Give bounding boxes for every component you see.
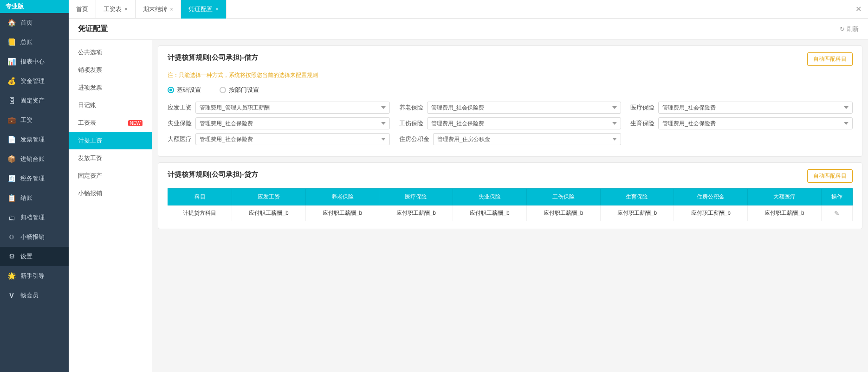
tab-period-close[interactable]: × — [170, 6, 173, 13]
section2-header: 计提核算规则(公司承担)-贷方 自动匹配科目 — [168, 170, 853, 184]
label-major-medical: 大额医疗 — [168, 135, 192, 143]
edit-row-icon[interactable]: ✎ — [834, 210, 840, 217]
form-item-injury: 工伤保险 管理费用_社会保险费 — [399, 117, 622, 129]
stock-icon: 📦 — [7, 155, 16, 163]
section2-title: 计提核算规则(公司承担)-贷方 — [168, 170, 258, 179]
main-area: 首页 工资表 × 期末结转 × 凭证配置 × ✕ 凭证配置 ↻ 刷新 — [69, 0, 868, 372]
tax-icon: 🧾 — [7, 174, 16, 183]
select-salary[interactable]: 管理费用_管理人员职工薪酬 — [195, 102, 390, 114]
radio-basic[interactable]: 基础设置 — [168, 86, 201, 94]
td-action[interactable]: ✎ — [821, 205, 852, 221]
select-injury[interactable]: 管理费用_社会保险费 — [427, 117, 622, 129]
sidebar-item-ledger[interactable]: 📒 总账 — [0, 32, 69, 52]
td-unemployment: 应付职工薪酬_b — [453, 205, 527, 221]
report-icon: 📊 — [7, 58, 16, 66]
nav-xiaochang-label: 小畅报销 — [78, 189, 102, 198]
window-close-button[interactable]: ✕ — [849, 5, 868, 13]
sidebar-item-settle[interactable]: 📋 结账 — [0, 188, 69, 208]
td-housing: 应付职工薪酬_b — [674, 205, 748, 221]
sidebar-item-stock[interactable]: 📦 进销台账 — [0, 149, 69, 169]
nav-calc-salary-label: 计提工资 — [78, 136, 102, 145]
td-pension: 应付职工薪酬_b — [305, 205, 379, 221]
tab-voucher-close[interactable]: × — [215, 6, 219, 13]
nav-item-xiaochang-expense[interactable]: 小畅报销 — [69, 185, 152, 202]
tab-period-label: 期末结转 — [143, 5, 167, 13]
label-medical: 医疗保险 — [630, 103, 654, 112]
form-item-housing: 住房公积金 管理费用_住房公积金 — [399, 133, 622, 145]
auto-match-credit-button[interactable]: 自动匹配科目 — [807, 169, 853, 183]
label-injury: 工伤保险 — [399, 119, 423, 128]
sidebar-item-member[interactable]: V 畅会员 — [0, 286, 69, 305]
nav-item-fixed-assets[interactable]: 固定资产 — [69, 167, 152, 185]
invoice-icon: 📄 — [7, 135, 16, 144]
form-grid-row1: 应发工资 管理费用_管理人员职工薪酬 养老保险 管理费用_社会保险费 — [168, 102, 853, 114]
sidebar-item-xiaochang[interactable]: © 小畅报销 — [0, 227, 69, 247]
nav-item-salary-table[interactable]: 工资表 NEW — [69, 114, 152, 132]
select-maternity[interactable]: 管理费用_社会保险费 — [658, 117, 853, 129]
td-maternity: 应付职工薪酬_b — [600, 205, 674, 221]
form-item-salary: 应发工资 管理费用_管理人员职工薪酬 — [168, 102, 390, 114]
radio-basic-dot — [168, 87, 174, 93]
nav-item-sales-invoice[interactable]: 销项发票 — [69, 61, 152, 79]
asset-icon: 🗄 — [7, 97, 16, 105]
sidebar-item-invoice[interactable]: 📄 发票管理 — [0, 130, 69, 149]
page-header: 凭证配置 ↻ 刷新 — [69, 19, 868, 40]
auto-match-debit-button[interactable]: 自动匹配科目 — [807, 52, 853, 66]
radio-basic-label: 基础设置 — [177, 86, 201, 94]
tab-salary-close[interactable]: × — [124, 6, 128, 13]
nav-fixed-assets-label: 固定资产 — [78, 172, 102, 180]
nav-item-purchase-invoice[interactable]: 进项发票 — [69, 79, 152, 96]
th-medical: 医疗保险 — [379, 189, 453, 205]
refresh-button[interactable]: ↻ 刷新 — [840, 25, 859, 33]
form-item-pension: 养老保险 管理费用_社会保险费 — [399, 102, 622, 114]
tab-salary-label: 工资表 — [104, 5, 122, 13]
tab-voucher-config[interactable]: 凭证配置 × — [181, 0, 227, 19]
sidebar-item-asset[interactable]: 🗄 固定资产 — [0, 91, 69, 110]
td-major-medical: 应付职工薪酬_b — [748, 205, 822, 221]
td-subject: 计提贷方科目 — [168, 205, 232, 221]
tab-salary-table[interactable]: 工资表 × — [96, 0, 136, 19]
ledger-icon: 📒 — [7, 38, 16, 46]
tab-bar: 首页 工资表 × 期末结转 × 凭证配置 × ✕ — [69, 0, 868, 19]
nav-item-public[interactable]: 公共选项 — [69, 44, 152, 61]
form-item-medical: 医疗保险 管理费用_社会保险费 — [630, 102, 853, 114]
th-unemployment: 失业保险 — [453, 189, 527, 205]
form-item-unemployment: 失业保险 管理费用_社会保险费 — [168, 117, 390, 129]
td-medical: 应付职工薪酬_b — [379, 205, 453, 221]
sidebar-item-settings[interactable]: ⚙ 设置 — [0, 247, 69, 266]
form-item-empty — [630, 133, 853, 145]
sidebar-item-archive[interactable]: 🗂 归档管理 — [0, 208, 69, 227]
nav-item-journal[interactable]: 日记账 — [69, 96, 152, 114]
member-icon: V — [7, 292, 16, 299]
settings-icon: ⚙ — [7, 252, 16, 261]
nav-item-calc-salary[interactable]: 计提工资 — [69, 132, 152, 149]
sidebar-item-guide[interactable]: 🌟 新手引导 — [0, 266, 69, 286]
select-major-medical[interactable]: 管理费用_社会保险费 — [195, 133, 390, 145]
table-header-row: 科目 应发工资 养老保险 医疗保险 失业保险 工伤保险 生育保险 住房公积金 大… — [168, 189, 853, 205]
tab-home[interactable]: 首页 — [69, 0, 96, 19]
select-medical[interactable]: 管理费用_社会保险费 — [658, 102, 853, 114]
select-housing[interactable]: 管理费用_住房公积金 — [433, 133, 622, 145]
page-title: 凭证配置 — [78, 24, 108, 34]
radio-dept[interactable]: 按部门设置 — [220, 86, 259, 94]
sidebar-item-tax[interactable]: 🧾 税务管理 — [0, 169, 69, 188]
select-pension[interactable]: 管理费用_社会保险费 — [427, 102, 622, 114]
table-row: 计提贷方科目 应付职工薪酬_b 应付职工薪酬_b 应付职工薪酬_b 应付职工薪酬… — [168, 205, 853, 221]
radio-dept-dot — [220, 87, 226, 93]
nav-journal-label: 日记账 — [78, 101, 96, 109]
app-edition: 专业版 — [0, 0, 69, 13]
section1-note: 注：只能选择一种方式，系统将按照您当前的选择来配置规则 — [168, 71, 853, 79]
sidebar-item-report[interactable]: 📊 报表中心 — [0, 52, 69, 71]
tab-period-carry[interactable]: 期末结转 × — [136, 0, 181, 19]
sidebar-item-fund[interactable]: 💰 资金管理 — [0, 71, 69, 91]
nav-item-pay-salary[interactable]: 发放工资 — [69, 149, 152, 167]
nav-pay-salary-label: 发放工资 — [78, 154, 102, 162]
sidebar-item-salary[interactable]: 💼 工资 — [0, 110, 69, 130]
select-unemployment[interactable]: 管理费用_社会保险费 — [195, 117, 390, 129]
sidebar-item-home[interactable]: 🏠 首页 — [0, 13, 69, 32]
form-grid-row2: 失业保险 管理费用_社会保险费 工伤保险 管理费用_社会保险费 — [168, 117, 853, 129]
th-salary: 应发工资 — [232, 189, 306, 205]
th-pension: 养老保险 — [305, 189, 379, 205]
th-subject: 科目 — [168, 189, 232, 205]
sidebar: 专业版 🏠 首页 📒 总账 📊 报表中心 💰 资金管理 🗄 固定资产 💼 工资 … — [0, 0, 69, 372]
